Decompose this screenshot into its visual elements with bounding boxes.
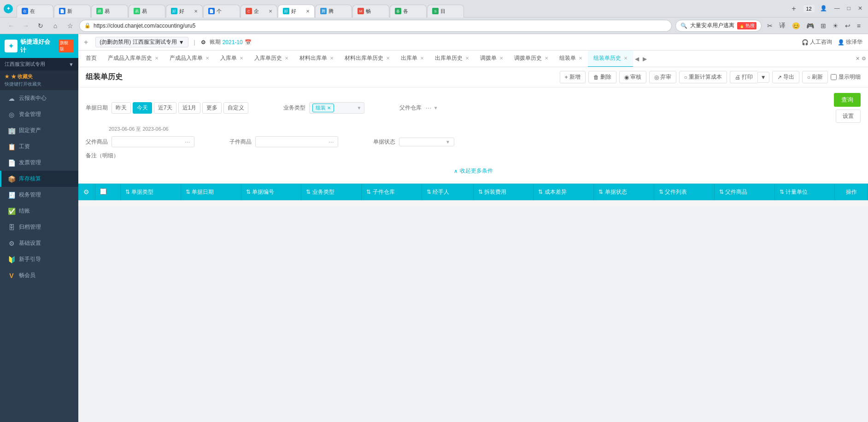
- top-bar-gear[interactable]: ⚙: [201, 39, 206, 46]
- emoji-icon[interactable]: 😊: [790, 21, 802, 30]
- filter-parent-wh-arrow[interactable]: ▼: [434, 105, 438, 110]
- new-button[interactable]: + 新增: [560, 71, 586, 83]
- table-col-unit[interactable]: ⇅ 计量单位: [774, 184, 835, 200]
- window-profile-icon[interactable]: 👤: [818, 5, 829, 12]
- sidebar-item-guide[interactable]: 🔰 新手引导: [0, 251, 78, 267]
- tab-scroll-left[interactable]: ◀: [633, 56, 641, 62]
- filter-yesterday-btn[interactable]: 昨天: [111, 102, 131, 114]
- table-col-disassemble-fee[interactable]: ⇅ 拆装费用: [473, 184, 534, 200]
- window-close-button[interactable]: ✕: [856, 5, 864, 12]
- sidebar-item-archive[interactable]: 🗄 归档管理: [0, 219, 78, 235]
- page-tab-in-order[interactable]: 入库单 ✕: [215, 51, 249, 67]
- abandon-button[interactable]: ◎ 弃审: [649, 71, 676, 83]
- sidebar-item-tax[interactable]: 🧾 税务管理: [0, 187, 78, 203]
- filter-parent-wh-dots[interactable]: ···: [425, 104, 431, 112]
- page-tab-out-hist-close[interactable]: ✕: [465, 56, 469, 61]
- tab-scroll-right[interactable]: ▶: [641, 56, 649, 62]
- top-bar-company-selector[interactable]: (勿删勿禁用) 江西服宝测试专用 ▼: [95, 37, 188, 47]
- sidebar-item-member[interactable]: V 畅会员: [0, 267, 78, 283]
- browser-tab-11[interactable]: 各 各: [390, 5, 427, 17]
- page-tab-in-order-close[interactable]: ✕: [240, 56, 243, 61]
- sidebar-fav-label[interactable]: ★ ★ 收藏夹: [5, 73, 74, 80]
- user-button[interactable]: 👤 徐泽华: [838, 38, 862, 46]
- sidebar-item-settings[interactable]: ⚙ 基础设置: [0, 235, 78, 251]
- table-select-all-checkbox[interactable]: [100, 188, 106, 195]
- game-icon[interactable]: 🎮: [804, 21, 816, 30]
- help-button[interactable]: 🎧 人工咨询: [802, 38, 832, 46]
- brightness-icon[interactable]: ☀: [831, 21, 840, 30]
- table-col-handler[interactable]: ⇅ 经手人: [422, 184, 473, 200]
- window-badge[interactable]: 12: [803, 5, 815, 12]
- table-col-child-wh[interactable]: ⇅ 子件仓库: [362, 184, 422, 200]
- tab-more-button[interactable]: ✕: [856, 56, 860, 62]
- tab-close-5[interactable]: ✕: [194, 9, 198, 14]
- page-tab-mat-out-close[interactable]: ✕: [330, 56, 334, 61]
- calendar-icon[interactable]: 📅: [245, 39, 252, 46]
- table-col-settings[interactable]: ⚙: [78, 184, 95, 200]
- tab-close-7[interactable]: ✕: [269, 9, 272, 14]
- tab-close-8[interactable]: ✕: [306, 9, 310, 14]
- nav-back-button[interactable]: ←: [6, 20, 17, 31]
- sidebar-item-cloud-report[interactable]: ☁ 云报表中心: [0, 90, 78, 106]
- page-tab-out[interactable]: 出库单 ✕: [395, 51, 429, 67]
- sidebar-item-fund[interactable]: ◎ 资金管理: [0, 106, 78, 122]
- display-detail-checkbox[interactable]: [831, 74, 837, 80]
- window-maximize-button[interactable]: □: [845, 5, 852, 12]
- sidebar-item-fixed-assets[interactable]: 🏢 固定资产: [0, 122, 78, 139]
- table-col-cost-diff[interactable]: ⇅ 成本差异: [534, 184, 594, 200]
- browser-tab-9[interactable]: 腾 腾: [315, 5, 352, 17]
- tab-settings-button[interactable]: ⚙: [862, 56, 866, 62]
- browser-tab-6[interactable]: 📄 个: [203, 5, 240, 17]
- sidebar-item-invoice[interactable]: 📄 发票管理: [0, 155, 78, 171]
- browser-tab-4[interactable]: 易 易: [129, 5, 165, 17]
- biz-type-dropdown-arrow[interactable]: ▼: [357, 105, 361, 110]
- audit-button[interactable]: ◉ 审核: [619, 71, 646, 83]
- filter-biz-type-input[interactable]: 组装 ✕ ▼: [309, 102, 364, 114]
- menu-icon[interactable]: ≡: [855, 21, 862, 30]
- page-tab-assembly[interactable]: 组装单 ✕: [554, 51, 588, 67]
- page-tab-adjust[interactable]: 调拨单 ✕: [475, 51, 509, 67]
- extensions-icon[interactable]: ✂: [765, 21, 774, 30]
- page-tab-in-hist[interactable]: 入库单历史 ✕: [249, 51, 294, 67]
- print-dropdown-button[interactable]: ▼: [757, 72, 769, 83]
- page-tab-prod-in-hist[interactable]: 产成品入库单历史 ✕: [102, 51, 164, 67]
- sidebar-item-inventory[interactable]: 📦 库存核算: [0, 171, 78, 187]
- page-tab-in-hist-close[interactable]: ✕: [285, 56, 288, 61]
- print-button[interactable]: 🖨 打印: [730, 71, 757, 83]
- page-tab-out-close[interactable]: ✕: [420, 56, 424, 61]
- page-tab-out-hist[interactable]: 出库单历史 ✕: [429, 51, 475, 67]
- parent-goods-dots[interactable]: ···: [185, 138, 190, 145]
- sidebar-fav-sub[interactable]: 快捷键打开收藏夹: [5, 81, 74, 87]
- sidebar-item-payroll[interactable]: 📋 工资: [0, 139, 78, 155]
- table-col-order-status[interactable]: ⇅ 单据状态: [594, 184, 654, 200]
- delete-button[interactable]: 🗑 删除: [588, 71, 616, 83]
- browser-tab-7[interactable]: C 企 ✕: [240, 5, 277, 17]
- refresh-button[interactable]: ○ 刷新: [802, 71, 828, 83]
- page-tab-assembly-hist[interactable]: 组装单历史 ✕: [588, 51, 633, 67]
- export-button[interactable]: ↗ 导出: [772, 71, 799, 83]
- browser-tab-10[interactable]: M 畅: [352, 5, 389, 17]
- query-button[interactable]: 查询: [834, 93, 861, 107]
- sidebar-item-settle[interactable]: ✅ 结账: [0, 203, 78, 219]
- page-tab-mat-out-hist[interactable]: 材料出库单历史 ✕: [339, 51, 395, 67]
- page-tab-prod-in[interactable]: 产成品入库单 ✕: [164, 51, 215, 67]
- nav-home-button[interactable]: ⌂: [50, 20, 61, 31]
- filter-more-btn[interactable]: 更多: [202, 102, 222, 114]
- filter-7days-btn[interactable]: 近7天: [154, 102, 176, 114]
- page-tab-prod-in-hist-close[interactable]: ✕: [155, 56, 158, 61]
- page-tab-mat-out-hist-close[interactable]: ✕: [386, 56, 390, 61]
- child-goods-text-input[interactable]: [258, 139, 328, 145]
- browser-tab-5[interactable]: 好 好 ✕: [166, 5, 203, 17]
- browser-tab-2[interactable]: 📄 新: [54, 5, 91, 17]
- browser-tab-1[interactable]: 在 在: [17, 5, 53, 17]
- table-col-order-no[interactable]: ⇅ 单据编号: [241, 184, 301, 200]
- table-col-parent-list[interactable]: ⇅ 父件列表: [654, 184, 715, 200]
- page-tab-adjust-close[interactable]: ✕: [499, 56, 503, 61]
- undo-icon[interactable]: ↩: [843, 21, 852, 30]
- translate-icon[interactable]: 译: [777, 21, 787, 31]
- browser-tab-8[interactable]: 好 好 ✕: [278, 5, 315, 17]
- nav-forward-button[interactable]: →: [20, 20, 31, 31]
- page-tab-adjust-hist-close[interactable]: ✕: [545, 56, 548, 61]
- filter-custom-btn[interactable]: 自定义: [223, 102, 248, 114]
- browser-tab-3[interactable]: 易 易: [91, 5, 128, 17]
